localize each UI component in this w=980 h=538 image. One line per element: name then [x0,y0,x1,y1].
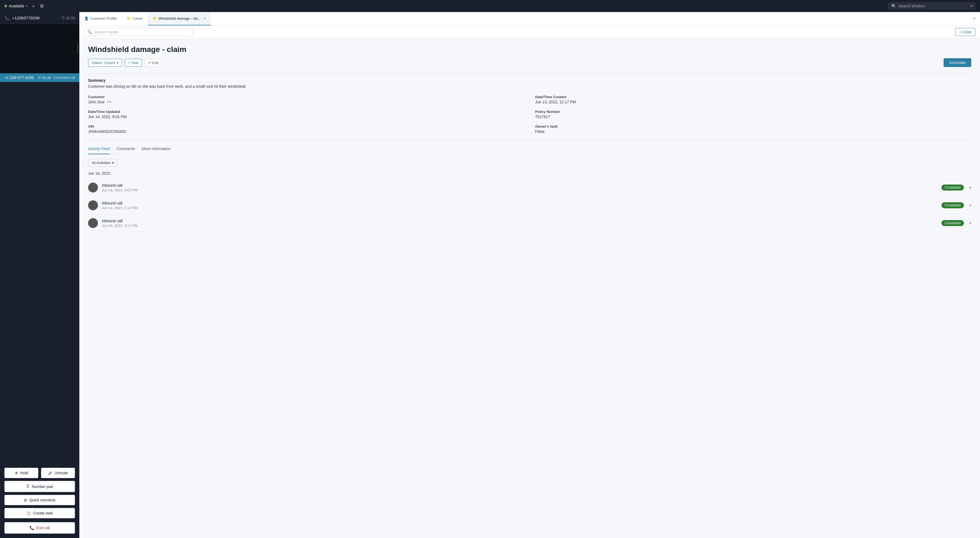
comments-tab[interactable]: Comments [116,144,135,154]
main-layout: 📞 +12065778298 ⏱ 01:10 +1 206-577-8298 ⏱… [0,12,980,538]
task-button[interactable]: + Task [125,59,142,67]
activity-title-3: Inbound call [102,219,938,223]
call-timer-2: ⏱ 01:10 [38,76,51,80]
completed-badge-2: Completed [942,202,964,208]
folder-icon-2: 📁 [153,16,157,21]
activity-info-1: Inbound call Jun 14, 2022, 8:01 PM [102,183,938,192]
status-dot [5,5,7,7]
chevron-icon: ▾ [112,161,114,165]
activity-time-3: Jun 14, 2022, 2:11 PM [102,224,938,228]
more-info-tab[interactable]: More Information [142,144,171,154]
customer-field: Customer John Doe ••• [88,95,524,104]
clock-icon-2: ⏱ [38,76,41,80]
create-task-button[interactable]: Create task [5,508,75,518]
date-updated-label: Date/Time Updated [88,110,524,114]
scrollbar [77,43,78,54]
vin-value: JH4KA4650JC000403 [88,129,524,134]
person-icon: 👤 [84,16,89,21]
status-indicator[interactable]: Available ▾ [5,4,28,8]
right-panel: 👤 Customer Profile 📁 Cases 📁 Windshield … [80,12,980,538]
caller-number: +1 206-577-8298 [5,75,33,80]
completed-badge-1: Completed [942,184,964,190]
activity-title-1: Inbound call [102,183,938,187]
call-video-area [0,24,80,73]
tabs-bar: 👤 Customer Profile 📁 Cases 📁 Windshield … [80,12,980,26]
divider-2 [88,139,971,140]
phone-number: +12065778298 [12,16,40,20]
search-wisdom-input[interactable]: 🔍 Search Wisdom ▾ [888,2,975,10]
status-button[interactable]: Status: Closed ▾ [88,59,122,67]
number-pad-button[interactable]: Number pad [5,481,75,492]
owners-fault-value: False [535,129,971,134]
activity-avatar-1: 📞 [88,183,98,192]
tab-cases[interactable]: 📁 Cases [122,12,148,25]
call-timer: ⏱ 01:10 [62,16,75,20]
activity-tabs: Activity Feed Comments More Information [88,144,971,154]
search-bar-row: 🔍 Search Cases + Case [80,26,980,38]
case-info-grid: Customer John Doe ••• Date/Time Created … [88,95,971,134]
date-updated-value: Jun 14, 2022, 8:01 PM [88,114,524,119]
activity-info-3: Inbound call Jun 14, 2022, 2:11 PM [102,219,938,228]
customer-label: Customer [88,95,524,99]
all-activities-button[interactable]: All Activities ▾ [88,159,118,167]
share-icon[interactable]: ↗ [972,16,980,21]
policy-number-field: Policy Number 7017817 [535,110,971,119]
vin-field: VIN JH4KA4650JC000403 [88,124,524,134]
add-icon[interactable]: ＋ [31,3,36,9]
activity-avatar-2: 📞 [88,200,98,210]
summary-label: Summary [88,78,971,83]
owners-fault-label: Owner's fault [535,124,971,129]
chevron-expand-1[interactable]: ▾ [969,185,971,190]
hold-unmute-row: Hold Unmute [5,468,75,478]
end-call-icon [30,526,34,530]
search-wisdom-placeholder: Search Wisdom [898,4,969,8]
associate-button[interactable]: Associate [943,58,971,67]
activity-item-3: 📞 Inbound call Jun 14, 2022, 2:11 PM Com… [88,214,971,232]
activity-feed-tab[interactable]: Activity Feed [88,144,110,154]
divider [88,73,971,74]
activity-time-2: Jun 14, 2022, 2:12 PM [102,206,938,210]
customer-menu-icon[interactable]: ••• [107,100,111,104]
chevron-expand-3[interactable]: ▾ [969,221,971,225]
hold-button[interactable]: Hold [5,468,38,478]
numpad-icon [26,484,30,489]
unmute-button[interactable]: Unmute [41,468,75,478]
case-title: Windshield damage - claim [88,45,971,54]
mic-icon [48,471,52,475]
quick-connects-button[interactable]: Quick connects [5,495,75,505]
phone-icon: 📞 [5,15,10,21]
case-actions: Status: Closed ▾ + Task ✏ Edit Associate [88,58,971,67]
add-case-button[interactable]: + Case [955,28,975,36]
vin-label: VIN [88,124,524,129]
tab-close-icon[interactable]: ✕ [203,17,206,21]
settings-icon[interactable]: ⚙ [40,3,44,9]
folder-icon: 📁 [127,16,131,21]
search-placeholder: Search Cases [94,30,118,34]
edit-button[interactable]: ✏ Edit [145,59,162,67]
clock-icon: ⏱ [62,16,65,20]
summary-section: Summary Customer was driving on i90 on t… [88,78,971,89]
search-icon: 🔍 [87,30,92,34]
search-cases-input[interactable]: 🔍 Search Cases [84,28,193,36]
activity-time-1: Jun 14, 2022, 8:01 PM [102,188,938,192]
end-call-button[interactable]: End call [5,522,75,533]
phone-icon-activity-3: 📞 [90,221,96,226]
chevron-icon: ▾ [116,61,118,65]
chevron-expand-2[interactable]: ▾ [969,203,971,208]
call-phone: 📞 +12065778298 [5,15,40,21]
top-bar: Available ▾ ＋ ⚙ 🔍 Search Wisdom ▾ [0,0,980,12]
phone-icon-activity-2: 📞 [90,203,96,208]
connected-label: Connected call [53,76,75,79]
policy-number-label: Policy Number [535,110,971,114]
activity-item-1: 📞 Inbound call Jun 14, 2022, 8:01 PM Com… [88,179,971,197]
call-info-bar: +1 206-577-8298 ⏱ 01:10 Connected call [0,73,80,82]
quick-icon [24,498,27,502]
task-icon [27,511,31,515]
tab-windshield[interactable]: 📁 Windshield damage - cla... ✕ [148,12,211,25]
tab-label: Customer Profile [90,16,117,21]
hold-icon [14,471,18,475]
case-content: Windshield damage - claim Status: Closed… [80,38,980,538]
tab-customer-profile[interactable]: 👤 Customer Profile [80,12,122,25]
customer-link[interactable]: John Doe [88,100,105,104]
date-group-label: Jun 14, 2022 [88,171,971,176]
